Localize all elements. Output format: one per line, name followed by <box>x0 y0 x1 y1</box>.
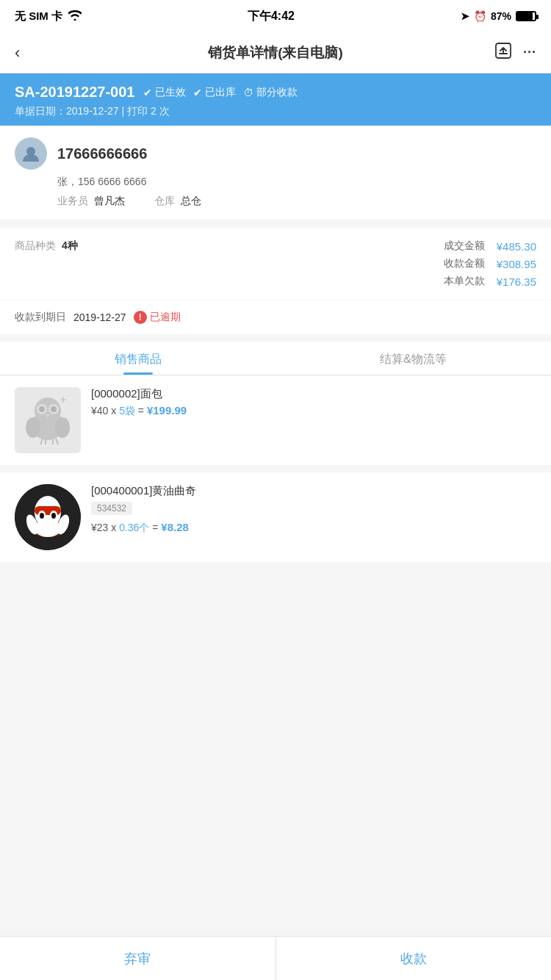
multiply-icon-1: x <box>111 405 119 417</box>
page-title: 销货单详情(来自电脑) <box>208 43 343 62</box>
status-partial: ⏱ 部分收款 <box>243 86 298 99</box>
salesperson-label: 业务员 <box>57 195 88 208</box>
product-count: 商品种类 4种 <box>15 239 78 253</box>
carrier-text: 无 SIM 卡 <box>15 10 62 24</box>
salesperson-item: 业务员 曾凡杰 <box>57 195 125 208</box>
received-value: ¥308.95 <box>497 258 536 270</box>
header-banner: SA-20191227-001 ✔ 已生效 ✔ 已出库 ⏱ 部分收款 单据日期：… <box>0 73 551 126</box>
deal-amount-value: ¥485.30 <box>497 240 536 253</box>
svg-point-20 <box>40 513 44 519</box>
product-type-value: 4种 <box>62 239 78 253</box>
avatar <box>15 137 47 170</box>
status-time: 下午4:42 <box>248 9 295 24</box>
status-effective-label: 已生效 <box>155 86 186 99</box>
list-item: + [0000002]面包 ¥40 x 5袋 = ¥199.99 <box>0 375 551 465</box>
salesperson-value: 曾凡杰 <box>94 195 125 208</box>
owed-label: 本单欠款 <box>444 275 485 288</box>
warehouse-label: 仓库 <box>154 195 175 208</box>
nav-bar: ‹ 销货单详情(来自电脑) ··· <box>0 32 551 73</box>
svg-point-8 <box>26 417 40 438</box>
product-details-2: [000400001]黄油曲奇 534532 ¥23 x 0.36个 = ¥8.… <box>91 484 536 535</box>
more-icon[interactable]: ··· <box>523 45 536 60</box>
svg-point-21 <box>51 513 56 519</box>
confirm-label: 收款 <box>400 950 427 968</box>
product-sku-2: 534532 <box>91 502 132 515</box>
svg-point-6 <box>39 406 45 412</box>
check-icon-2: ✔ <box>193 87 202 98</box>
due-date-section: 收款到期日 2019-12-27 ! 已逾期 <box>0 300 551 334</box>
product-total-2: ¥8.28 <box>161 521 189 533</box>
tabs-section: 销售商品 结算&物流等 <box>0 342 551 375</box>
customer-top: 17666666666 <box>15 137 536 170</box>
bottom-actions: 弃审 收款 <box>0 936 551 980</box>
status-bar: 无 SIM 卡 下午4:42 ➤ ⏰ 87% <box>0 0 551 32</box>
status-shipped-label: 已出库 <box>205 86 236 99</box>
battery-percent: 87% <box>491 10 511 22</box>
status-shipped: ✔ 已出库 <box>193 86 236 99</box>
product-pricing-1: ¥40 x 5袋 = ¥199.99 <box>91 404 536 418</box>
product-name-1: [0000002]面包 <box>91 387 536 401</box>
location-icon: ➤ <box>461 10 469 22</box>
product-qty-2: 0.36个 <box>119 522 149 533</box>
overdue-icon: ! <box>134 311 147 324</box>
customer-section: 17666666666 张，156 6666 6666 业务员 曾凡杰 仓库 总… <box>0 126 551 220</box>
received-label: 收款金额 <box>444 257 485 270</box>
summary-right: 成交金额 ¥485.30 收款金额 ¥308.95 本单欠款 ¥176.35 <box>444 239 536 288</box>
product-image-2 <box>15 484 81 550</box>
customer-name-line: 张，156 6666 6666 <box>57 176 536 189</box>
battery-icon <box>516 11 536 21</box>
tab-sales-products[interactable]: 销售商品 <box>0 342 276 375</box>
back-button[interactable]: ‹ <box>9 37 26 68</box>
deal-amount-label: 成交金额 <box>444 239 485 253</box>
product-list: + [0000002]面包 ¥40 x 5袋 = ¥199.99 <box>0 375 551 562</box>
owed-amount-row: 本单欠款 ¥176.35 <box>444 275 536 288</box>
due-date-value: 2019-12-27 <box>73 311 126 323</box>
svg-point-7 <box>51 406 57 412</box>
status-carrier: 无 SIM 卡 <box>15 10 82 24</box>
customer-meta: 业务员 曾凡杰 仓库 总仓 <box>57 195 536 208</box>
svg-line-10 <box>40 439 43 444</box>
status-partial-label: 部分收款 <box>256 86 298 99</box>
doc-date: 单据日期：2019-12-27 | 打印 2 次 <box>15 105 536 118</box>
status-effective: ✔ 已生效 <box>143 86 186 99</box>
svg-point-23 <box>35 519 61 537</box>
svg-point-9 <box>55 417 70 438</box>
deal-amount-row: 成交金额 ¥485.30 <box>444 239 536 253</box>
tab-settlement-label: 结算&物流等 <box>380 353 447 365</box>
product-details-1: [0000002]面包 ¥40 x 5袋 = ¥199.99 <box>91 387 536 418</box>
svg-line-13 <box>56 439 58 444</box>
tab-sales-label: 销售商品 <box>115 353 162 365</box>
confirm-button[interactable]: 收款 <box>276 937 552 980</box>
product-pricing-2: ¥23 x 0.36个 = ¥8.28 <box>91 521 536 535</box>
wifi-icon <box>68 10 82 23</box>
equals-icon-2: = <box>152 522 161 533</box>
product-name-2: [000400001]黄油曲奇 <box>91 484 536 498</box>
tabs-row: 销售商品 结算&物流等 <box>0 342 551 375</box>
customer-phone: 17666666666 <box>57 145 147 162</box>
order-id: SA-20191227-001 <box>15 84 134 101</box>
equals-icon-1: = <box>138 405 147 417</box>
product-type-label: 商品种类 <box>15 239 56 253</box>
due-date-label: 收款到期日 <box>15 311 66 324</box>
alarm-icon: ⏰ <box>474 10 486 22</box>
check-icon-1: ✔ <box>143 87 152 98</box>
owed-value: ¥176.35 <box>497 275 536 288</box>
summary-left: 商品种类 4种 <box>15 239 78 253</box>
multiply-icon-2: x <box>111 522 119 533</box>
product-price-1: ¥40 <box>91 405 108 417</box>
svg-text:+: + <box>60 394 66 406</box>
received-amount-row: 收款金额 ¥308.95 <box>444 257 536 270</box>
clock-icon: ⏱ <box>243 87 253 98</box>
status-tags: ✔ 已生效 ✔ 已出库 ⏱ 部分收款 <box>143 86 298 99</box>
tab-settlement[interactable]: 结算&物流等 <box>276 342 551 375</box>
share-icon[interactable] <box>495 43 511 62</box>
product-price-2: ¥23 <box>91 522 108 533</box>
status-indicators: ➤ ⏰ 87% <box>461 10 536 22</box>
summary-section: 商品种类 4种 成交金额 ¥485.30 收款金额 ¥308.95 本单欠款 ¥… <box>0 228 551 300</box>
cancel-label: 弃审 <box>124 950 151 968</box>
product-qty-1: 5袋 <box>119 405 135 417</box>
cancel-button[interactable]: 弃审 <box>0 937 276 980</box>
warehouse-value: 总仓 <box>181 195 201 208</box>
product-image-1: + <box>15 387 81 453</box>
list-item: [000400001]黄油曲奇 534532 ¥23 x 0.36个 = ¥8.… <box>0 472 551 562</box>
